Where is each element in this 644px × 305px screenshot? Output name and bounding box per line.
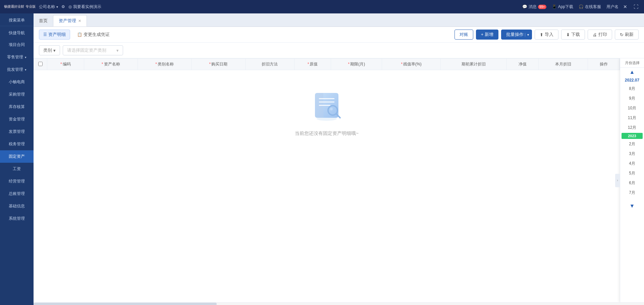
month-up-button[interactable]: ▲ (630, 68, 635, 77)
window-expand-button[interactable]: ⛶ (632, 3, 640, 11)
col-name: *资产名称 (84, 59, 138, 70)
sidebar-item-general-ledger[interactable]: 总账管理 (0, 188, 34, 200)
app-name: 畅捷通好业财 (4, 4, 24, 9)
empty-state-icon (307, 90, 347, 124)
tab-close-icon[interactable]: ✕ (78, 19, 81, 23)
refresh-label: 刷新 (625, 32, 634, 38)
category-filter-label[interactable]: 类别 ▾ (39, 45, 60, 55)
table-header-row: *编码 *资产名称 *类别名称 *购买日期 折旧方法 *原值 *期限(月) *残… (34, 59, 620, 70)
user-name: 用户名 (606, 4, 619, 10)
sidebar-item-inventory[interactable]: 库存核算 (0, 101, 34, 113)
chevron-down-icon: ▾ (25, 68, 26, 71)
download-label: 下载 (571, 32, 580, 38)
sub-tab-change-voucher[interactable]: 📋 变更生成凭证 (73, 30, 114, 40)
month-3[interactable]: 4月 (620, 159, 644, 168)
col-period: *期限(月) (331, 59, 382, 70)
month-9[interactable]: 9月 (620, 94, 644, 103)
message-label: 消息 (529, 4, 537, 10)
table-empty-row: 当前您还没有固定资产明细哦~ (34, 70, 620, 157)
month-10[interactable]: 10月 (620, 103, 644, 113)
import-label: 导入 (545, 32, 553, 38)
month-2[interactable]: 3月 (620, 149, 644, 159)
add-button[interactable]: + 新增 (476, 30, 498, 40)
month-4[interactable]: 5月 (620, 168, 644, 178)
sidebar-item-finance[interactable]: 资金管理 (0, 113, 34, 125)
sidebar-item-ecommerce[interactable]: 小畅电商 (0, 76, 34, 88)
reconcile-label: 对账 (460, 32, 468, 38)
month-7[interactable] (620, 198, 644, 202)
top-bar: 畅捷通好业财 专业版 公司名称 ▾ ⚙ ◎ 我要看实例演示 💬 消息 99+ 📱… (0, 0, 644, 13)
settings-button[interactable]: ⚙ (61, 4, 65, 9)
col-original-value: *原值 (294, 59, 331, 70)
online-service-button[interactable]: 🎧 在线客服 (579, 4, 601, 10)
month-1[interactable]: 2月 (620, 139, 644, 149)
message-button[interactable]: 💬 消息 99+ (522, 4, 546, 10)
sidebar-label-inventory: 库存核算 (9, 104, 25, 109)
batch-button[interactable]: 批量操作 ▾ (501, 30, 532, 40)
sidebar-item-tax[interactable]: 税务管理 (0, 138, 34, 150)
sidebar-item-retail[interactable]: 零售管理 ▾ (0, 51, 34, 63)
company-selector[interactable]: 公司名称 ▾ (39, 4, 58, 10)
print-button[interactable]: 🖨 打印 (588, 30, 612, 40)
month-5[interactable]: 6月 (620, 178, 644, 188)
current-year-display[interactable]: 2022.07 (625, 77, 639, 84)
sidebar-quick-nav[interactable]: 快捷导航 (0, 28, 34, 39)
sidebar-item-basic-info[interactable]: 基础信息 (0, 200, 34, 212)
app-logo: 畅捷通好业财 专业版 (4, 4, 36, 9)
col-net-value: 净值 (506, 59, 538, 70)
window-close-button[interactable]: ✕ (621, 3, 629, 11)
sidebar-item-wholesale[interactable]: 批发管理 ▾ (0, 63, 34, 76)
refresh-button[interactable]: ↻ 刷新 (615, 30, 639, 40)
category-placeholder: 请选择固定资产类别 (67, 47, 106, 53)
download-button[interactable]: ⬇ 下载 (561, 30, 585, 40)
sidebar-label-purchase: 采购管理 (9, 92, 25, 97)
sidebar-label-invoice: 发票管理 (9, 129, 25, 134)
select-all-checkbox[interactable] (38, 62, 43, 66)
sidebar-label-fixed-assets: 固定资产 (9, 154, 25, 159)
table-area-wrapper: *编码 *资产名称 *类别名称 *购买日期 折旧方法 *原值 *期限(月) *残… (34, 58, 644, 302)
col-month-depreciation: 本月折旧 (539, 59, 588, 70)
year-2023[interactable]: 2023 (622, 133, 643, 139)
col-purchase-date: *购买日期 (192, 59, 245, 70)
add-label: + 新增 (481, 32, 493, 38)
sidebar-item-invoice[interactable]: 发票管理 (0, 125, 34, 138)
reconcile-button[interactable]: 对账 (454, 30, 473, 40)
user-button[interactable]: 用户名 (606, 4, 619, 10)
sidebar-item-operations[interactable]: 经营管理 (0, 175, 34, 188)
import-button[interactable]: ⬆ 导入 (535, 30, 558, 40)
category-text: 类别 (43, 47, 52, 53)
panel-toggle-button[interactable]: › (615, 174, 620, 187)
app-download-button[interactable]: 📱 App下载 (552, 4, 573, 10)
category-select[interactable]: 请选择固定资产类别 ▾ (63, 45, 123, 55)
tab-asset-management[interactable]: 资产管理 ✕ (53, 15, 87, 27)
sidebar-item-purchase[interactable]: 采购管理 (0, 88, 34, 101)
tab-asset-label: 资产管理 (59, 18, 76, 24)
phone-icon: 📱 (552, 4, 557, 9)
doc-icon: 📋 (77, 32, 82, 37)
month-12[interactable]: 12月 (620, 123, 644, 133)
sidebar-search[interactable]: 搜索菜单 (0, 15, 34, 26)
sidebar-item-payroll[interactable]: 工资 (0, 163, 34, 175)
month-6[interactable]: 7月 (620, 188, 644, 198)
chevron-down-icon: ▾ (525, 33, 529, 37)
print-icon: 🖨 (593, 32, 597, 37)
top-bar-right: 💬 消息 99+ 📱 App下载 🎧 在线客服 用户名 (522, 4, 619, 10)
select-arrow-icon: ▾ (116, 48, 119, 53)
month-8[interactable]: 8月 (620, 84, 644, 94)
sidebar-item-fixed-assets[interactable]: 固定资产 (0, 150, 34, 163)
sub-tab-asset-detail[interactable]: ☰ 资产明细 (39, 30, 70, 40)
company-name: 公司名称 (39, 4, 55, 10)
col-residual-rate: *残值率(%) (382, 59, 441, 70)
sidebar-item-system[interactable]: 系统管理 (0, 212, 34, 225)
message-icon: 💬 (522, 4, 527, 9)
sidebar-item-project[interactable]: 项目合同 (0, 39, 34, 51)
print-label: 打印 (598, 32, 607, 38)
content-area: 首页 资产管理 ✕ ☰ 资产明细 📋 变更生成凭证 (34, 13, 644, 305)
month-down-button[interactable]: ▼ (630, 202, 635, 210)
demo-button[interactable]: ◎ 我要看实例演示 (68, 4, 101, 10)
checkbox-header[interactable] (34, 59, 47, 70)
window-controls: 💬 消息 99+ 📱 App下载 🎧 在线客服 用户名 ✕ ⛶ (522, 3, 640, 11)
empty-state: 当前您还没有固定资产明细哦~ (34, 70, 620, 157)
tab-home[interactable]: 首页 (34, 15, 53, 27)
month-11[interactable]: 11月 (620, 113, 644, 123)
